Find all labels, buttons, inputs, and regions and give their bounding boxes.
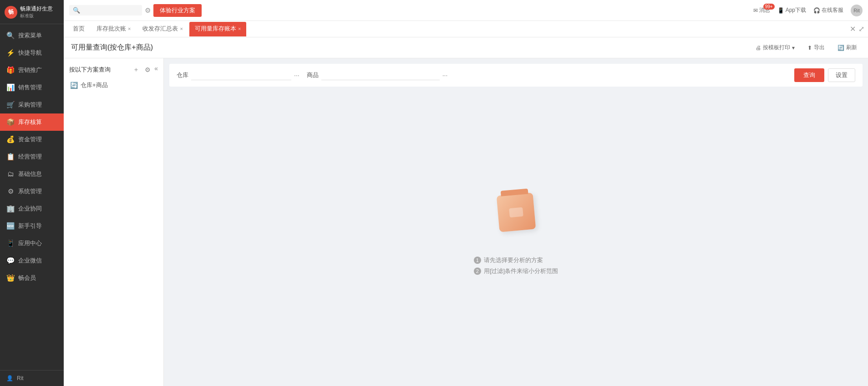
sidebar-item-basic-info[interactable]: 🗂 基础信息: [0, 165, 64, 183]
tab-receipt-summary[interactable]: 收发存汇总表 ×: [137, 22, 188, 36]
warehouse-input[interactable]: [191, 70, 291, 80]
export-label: 导出: [814, 44, 825, 51]
app-download-btn[interactable]: 📱 App下载: [777, 6, 806, 14]
service-label: 在线客服: [822, 6, 843, 14]
left-panel: 按以下方案查询 ＋ ⚙ « 🔄 仓库+商品: [64, 58, 164, 386]
sidebar-item-inventory[interactable]: 📦 库存核算: [0, 113, 64, 131]
sidebar-item-label: 应用中心: [18, 239, 42, 247]
building-icon: 🏢: [6, 205, 15, 213]
export-btn[interactable]: ⬆ 导出: [804, 42, 828, 53]
sidebar-item-quick-nav[interactable]: ⚡ 快捷导航: [0, 44, 64, 62]
sidebar-item-label: 采购管理: [18, 101, 42, 109]
headset-icon: 🎧: [813, 7, 820, 14]
refresh-icon: 🔄: [838, 45, 844, 51]
sidebar-item-wechat[interactable]: 💬 企业微信: [0, 252, 64, 269]
sidebar-item-enterprise[interactable]: 🏢 企业协同: [0, 200, 64, 217]
settings-schema-btn[interactable]: ⚙: [143, 65, 152, 75]
right-panel: 仓库 ··· 商品 ··· 查询 设置: [164, 58, 868, 386]
clipboard-icon: 📋: [6, 153, 15, 161]
industry-btn[interactable]: 体验行业方案: [153, 4, 202, 17]
tab-batch-account[interactable]: 库存批次账 ×: [91, 22, 136, 36]
phone-icon: 📱: [6, 239, 15, 247]
close-all-btn[interactable]: ✕: [850, 25, 856, 33]
empty-illustration: [489, 194, 543, 249]
brand: 畅 畅康通好生意 标准版: [5, 5, 59, 19]
goods-input[interactable]: [321, 70, 440, 80]
sidebar-bottom[interactable]: 👤 Rit: [0, 370, 64, 386]
sidebar-item-label: 资金管理: [18, 135, 42, 144]
main-area: 🔍 ⚙ 体验行业方案 ✉ 消息 99+ 📱 App下载 🎧 在线客服 Rit: [64, 0, 868, 386]
tab-receipt-summary-label: 收发存汇总表: [142, 25, 178, 33]
topbar-search[interactable]: 🔍: [69, 5, 142, 15]
sidebar-item-purchase[interactable]: 🛒 采购管理: [0, 96, 64, 113]
tabs-bar: 首页 库存批次账 × 收发存汇总表 × 可用量库存账本 × ✕ ⤢: [64, 21, 868, 37]
sidebar-item-app-center[interactable]: 📱 应用中心: [0, 235, 64, 252]
avatar[interactable]: Rit: [851, 5, 863, 16]
hint-item-2: 2 用[过滤]条件来缩小分析范围: [474, 267, 558, 275]
printer-icon: 🖨: [756, 45, 761, 51]
schema-icon: 🔄: [70, 82, 78, 89]
search-input[interactable]: [82, 7, 118, 14]
sidebar-item-label: 快捷导航: [18, 49, 42, 57]
cart-icon: 🛒: [6, 101, 15, 109]
avatar-icon: 👤: [6, 375, 13, 381]
sidebar-item-sales[interactable]: 📊 销售管理: [0, 79, 64, 96]
sidebar-item-label: 新手引导: [18, 222, 42, 230]
hint-item-1: 1 请先选择要分析的方案: [474, 256, 558, 264]
sidebar-item-finance[interactable]: 💰 资金管理: [0, 131, 64, 148]
query-btn[interactable]: 查询: [794, 68, 824, 82]
tab-controls: ✕ ⤢: [850, 25, 864, 33]
hint-num-2: 2: [474, 268, 481, 275]
left-panel-title: 按以下方案查询: [69, 66, 111, 74]
sidebar-item-system[interactable]: ⚙ 系统管理: [0, 183, 64, 200]
phone-icon: 📱: [777, 7, 784, 14]
topbar: 🔍 ⚙ 体验行业方案 ✉ 消息 99+ 📱 App下载 🎧 在线客服 Rit: [64, 0, 868, 21]
chevron-down-icon: ▾: [792, 45, 795, 51]
quick-nav-icon: ⚡: [6, 49, 15, 57]
avatar-label: Rit: [853, 8, 859, 13]
service-btn[interactable]: 🎧 在线客服: [813, 6, 843, 14]
tab-receipt-summary-close[interactable]: ×: [180, 26, 183, 31]
add-schema-btn[interactable]: ＋: [131, 65, 141, 75]
tab-home[interactable]: 首页: [67, 22, 90, 36]
print-template-btn[interactable]: 🖨 按模板打印 ▾: [752, 42, 798, 53]
hint-num-1: 1: [474, 257, 481, 264]
sidebar-item-guide[interactable]: 🆕 新手引导: [0, 217, 64, 235]
sidebar-item-label: 系统管理: [18, 187, 42, 196]
schema-item-label: 仓库+商品: [81, 81, 108, 89]
expand-btn[interactable]: ⤢: [858, 25, 864, 33]
page-content: 可用量查询(按仓库+商品) 🖨 按模板打印 ▾ ⬆ 导出 🔄 刷新: [64, 37, 868, 386]
print-template-label: 按模板打印: [763, 44, 790, 51]
sidebar-item-operations[interactable]: 📋 经营管理: [0, 148, 64, 165]
sidebar-header: 畅 畅康通好生意 标准版: [0, 0, 64, 24]
sidebar-item-label: 销售管理: [18, 83, 42, 92]
sidebar-item-member[interactable]: 👑 畅会员: [0, 269, 64, 287]
goods-label: 商品: [307, 71, 319, 79]
tab-available-book[interactable]: 可用量库存账本 ×: [189, 22, 246, 36]
sidebar-item-label: 企业微信: [18, 257, 42, 265]
user-name: Rit: [17, 375, 24, 381]
sidebar-item-marketing[interactable]: 🎁 营销推广: [0, 62, 64, 79]
page-title: 可用量查询(按仓库+商品): [71, 43, 153, 52]
hint-text-2: 用[过滤]条件来缩小分析范围: [484, 267, 558, 275]
page-header: 可用量查询(按仓库+商品) 🖨 按模板打印 ▾ ⬆ 导出 🔄 刷新: [64, 37, 868, 58]
tab-available-book-close[interactable]: ×: [238, 26, 241, 31]
hint-text-1: 请先选择要分析的方案: [484, 256, 543, 264]
sidebar: 畅 畅康通好生意 标准版 🔍 搜索菜单 ⚡ 快捷导航 🎁 营销推广 📊 销售管理…: [0, 0, 64, 386]
goods-filter: 商品 ···: [307, 70, 448, 80]
refresh-btn[interactable]: 🔄 刷新: [834, 42, 861, 53]
tab-batch-account-close[interactable]: ×: [128, 26, 131, 31]
schema-item-warehouse-goods[interactable]: 🔄 仓库+商品: [64, 77, 163, 93]
collapse-icon[interactable]: «: [154, 65, 158, 75]
message-btn[interactable]: ✉ 消息 99+: [753, 6, 770, 14]
sidebar-item-search[interactable]: 🔍 搜索菜单: [0, 27, 64, 44]
warehouse-more-btn[interactable]: ···: [294, 72, 299, 79]
gear-icon: ⚙: [6, 187, 15, 196]
settings-icon[interactable]: ⚙: [145, 6, 151, 15]
crown-icon: 👑: [6, 274, 15, 282]
brand-name: 畅康通好生意: [20, 5, 53, 13]
tab-home-label: 首页: [73, 25, 85, 33]
settings-btn[interactable]: 设置: [828, 68, 855, 82]
goods-more-btn[interactable]: ···: [442, 72, 448, 79]
sidebar-item-label: 经营管理: [18, 153, 42, 161]
